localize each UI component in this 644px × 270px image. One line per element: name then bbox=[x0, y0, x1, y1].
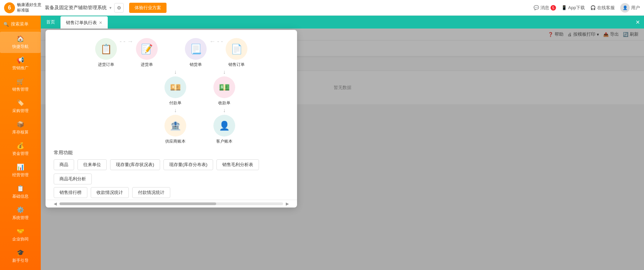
sidebar: 🔍 搜索菜单 🏠 快捷导航 📢 营销推广 🛒 销售管理 🏷️ 采购管理 📦 库存… bbox=[0, 16, 41, 270]
system-icon: ⚙️ bbox=[17, 206, 24, 214]
spacer-row2-left bbox=[107, 69, 164, 75]
scroll-left-icon[interactable]: ◀ bbox=[54, 201, 57, 206]
tabbar: 首页 销售订单执行表 ✕ ✕ bbox=[41, 16, 644, 29]
cf-btn-goods[interactable]: 商品 bbox=[54, 159, 74, 170]
flow-node-payment[interactable]: 💴 付款单 bbox=[164, 76, 186, 106]
sales-bill-circle: 📃 bbox=[185, 38, 207, 60]
scrollbar-thumb bbox=[59, 202, 216, 205]
sales-bill-icon: 📃 bbox=[190, 43, 202, 55]
customer-ledger-label: 客户账本 bbox=[216, 139, 232, 144]
logo-area: 6 畅康通好生意 标准版 bbox=[4, 2, 45, 13]
arrow-down-payment: ↓ bbox=[164, 107, 186, 113]
sidebar-item-purchase[interactable]: 🏷️ 采购管理 bbox=[0, 96, 41, 117]
sidebar-item-label: 资金管理 bbox=[12, 151, 29, 157]
online-service-item[interactable]: 🎧 在线客服 bbox=[590, 5, 615, 11]
sales-order-circle: 📄 bbox=[226, 38, 247, 60]
flow-node-sales-order[interactable]: 📄 销售订单 bbox=[226, 38, 247, 68]
close-all-tabs-button[interactable]: ✕ bbox=[634, 18, 641, 27]
cf-btn-sales-profit[interactable]: 销售毛利分析表 bbox=[216, 159, 259, 170]
experience-button[interactable]: 体验行业方案 bbox=[129, 3, 167, 13]
basic-info-icon: 📋 bbox=[17, 185, 24, 192]
modal-scroll-area: 📋 进货订单 - - → 📝 进货单 bbox=[46, 30, 297, 200]
supplier-ledger-circle: 🏦 bbox=[164, 115, 186, 137]
purchase-order-icon: 📋 bbox=[100, 43, 112, 55]
sidebar-item-operation[interactable]: 📊 经营管理 bbox=[0, 160, 41, 181]
flow-node-purchase-order[interactable]: 📋 进货订单 bbox=[95, 38, 117, 68]
receipt-label: 收款单 bbox=[218, 100, 230, 106]
modal-box: 📋 进货订单 - - → 📝 进货单 bbox=[46, 30, 297, 208]
flow-node-sales-bill[interactable]: 📃 销货单 bbox=[185, 38, 207, 68]
sidebar-item-newbie[interactable]: 🎓 新手引导 bbox=[0, 246, 41, 267]
arrow-down-sales: ↓ bbox=[213, 69, 235, 75]
flow-node-supplier-ledger[interactable]: 🏦 供应商账本 bbox=[164, 115, 186, 144]
headset-icon: 🎧 bbox=[590, 5, 596, 10]
spacer-row4-left bbox=[107, 107, 164, 113]
home-tab-label: 首页 bbox=[46, 19, 55, 25]
tab-home[interactable]: 首页 bbox=[41, 16, 60, 29]
sidebar-item-quick-nav[interactable]: 🏠 快捷导航 bbox=[0, 32, 41, 53]
scrollbar-track[interactable] bbox=[59, 202, 283, 205]
flow-node-receipt[interactable]: 💵 收款单 bbox=[213, 76, 235, 106]
sidebar-item-finance[interactable]: 💰 资金管理 bbox=[0, 139, 41, 160]
customer-ledger-circle: 👤 bbox=[213, 115, 235, 137]
tab-sales-order[interactable]: 销售订单执行表 ✕ bbox=[60, 16, 108, 29]
enterprise-icon: 🤝 bbox=[17, 228, 24, 235]
sidebar-item-sales[interactable]: 🛒 销售管理 bbox=[0, 74, 41, 96]
sidebar-search[interactable]: 🔍 搜索菜单 bbox=[0, 18, 41, 30]
modal-overlay[interactable]: 📋 进货订单 - - → 📝 进货单 bbox=[41, 29, 644, 270]
sidebar-item-marketing[interactable]: 📢 营销推广 bbox=[0, 53, 41, 74]
message-icon: 💬 bbox=[534, 5, 539, 10]
purchase-order-label: 进货订单 bbox=[98, 62, 114, 68]
sidebar-item-label: 采购管理 bbox=[12, 108, 29, 114]
sidebar-item-inventory[interactable]: 📦 库存核算 bbox=[0, 117, 41, 139]
cf-btn-payment-stats[interactable]: 付款情况统计 bbox=[132, 187, 170, 198]
sidebar-item-label: 库存核算 bbox=[12, 129, 29, 135]
sidebar-item-system[interactable]: ⚙️ 系统管理 bbox=[0, 203, 41, 224]
logo-text: 畅康通好生意 标准版 bbox=[17, 2, 41, 13]
modal-scrollbar: ◀ ▶ bbox=[46, 200, 297, 208]
dropdown-arrow-icon[interactable]: ▾ bbox=[109, 5, 111, 10]
message-label: 消息 bbox=[540, 5, 549, 11]
search-icon: 🔍 bbox=[3, 22, 9, 27]
sidebar-item-label: 营销推广 bbox=[12, 65, 29, 71]
scroll-right-icon[interactable]: ▶ bbox=[286, 201, 289, 206]
arrow-right-1: - - → bbox=[117, 38, 136, 55]
logo-icon: 6 bbox=[4, 2, 15, 13]
sidebar-item-enterprise[interactable]: 🤝 企业协同 bbox=[0, 224, 41, 246]
cf-btn-stock-dist[interactable]: 现存量(库存分布表) bbox=[163, 159, 213, 170]
cf-btn-stock-status[interactable]: 现存量(库存状况表) bbox=[110, 159, 160, 170]
flow-node-customer-ledger[interactable]: 👤 客户账本 bbox=[213, 115, 235, 144]
sidebar-item-label: 基础信息 bbox=[12, 194, 29, 199]
purchase-icon: 🏷️ bbox=[17, 99, 24, 107]
sidebar-item-label: 新手引导 bbox=[12, 258, 29, 264]
receipt-icon: 💵 bbox=[219, 82, 230, 93]
purchase-bill-label: 进货单 bbox=[141, 62, 153, 68]
sidebar-item-label: 快捷导航 bbox=[12, 44, 29, 50]
sidebar-item-basic-info[interactable]: 📋 基础信息 bbox=[0, 181, 41, 203]
customer-ledger-icon: 👤 bbox=[219, 121, 230, 131]
newbie-icon: 🎓 bbox=[17, 249, 24, 256]
payment-icon: 💴 bbox=[170, 82, 181, 93]
cf-btn-partners[interactable]: 往来单位 bbox=[77, 159, 107, 170]
cf-btn-sales-ranking[interactable]: 销售排行榜 bbox=[54, 187, 87, 198]
app-download-item[interactable]: 📱 App下载 bbox=[561, 5, 585, 11]
cf-btn-goods-profit[interactable]: 商品毛利分析 bbox=[54, 174, 92, 184]
cf-btn-receipt-stats[interactable]: 收款情况统计 bbox=[91, 187, 129, 198]
arrow-left-1: ← - - bbox=[207, 38, 226, 55]
cf-buttons-row2: 销售排行榜 收款情况统计 付款情况统计 bbox=[54, 187, 289, 198]
topbar-right: 💬 消息 5 📱 App下载 🎧 在线客服 👤 用户 bbox=[534, 3, 640, 13]
sidebar-item-label: 系统管理 bbox=[12, 215, 29, 221]
flow-node-purchase-bill[interactable]: 📝 进货单 bbox=[136, 38, 158, 68]
app-title-text: 装备及固定资产辅助管理系统 bbox=[45, 5, 107, 11]
topbar: 6 畅康通好生意 标准版 装备及固定资产辅助管理系统 ▾ ⚙ 体验行业方案 💬 … bbox=[0, 0, 644, 16]
tab-close-icon[interactable]: ✕ bbox=[99, 20, 102, 25]
finance-icon: 💰 bbox=[17, 142, 24, 149]
spacer-row2-mid bbox=[186, 69, 213, 75]
user-item[interactable]: 👤 用户 bbox=[620, 3, 640, 13]
arrow-down-purchase: ↓ bbox=[164, 69, 186, 75]
common-functions: 常用功能 商品 往来单位 现存量(库存状况表) 现存量(库存分布表) 销售毛利分… bbox=[54, 150, 289, 198]
message-item[interactable]: 💬 消息 5 bbox=[534, 5, 556, 11]
gear-button[interactable]: ⚙ bbox=[114, 3, 124, 13]
inventory-icon: 📦 bbox=[17, 121, 24, 128]
payment-circle: 💴 bbox=[164, 76, 186, 98]
